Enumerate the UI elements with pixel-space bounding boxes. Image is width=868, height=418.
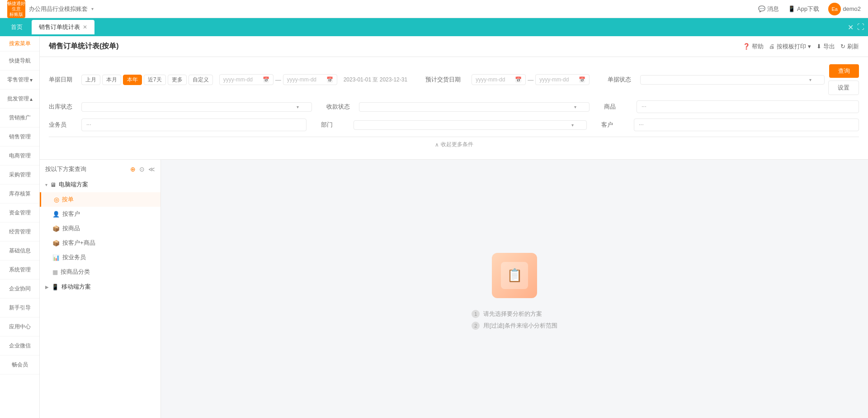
sidebar-item-member[interactable]: 畅会员 (0, 356, 39, 375)
tab-sales-order-stats[interactable]: 销售订单统计表 ✕ (32, 20, 94, 34)
tree-item-by-goods-category[interactable]: ▦ 按商品分类 (40, 265, 160, 279)
sidebar-item-appcenter[interactable]: 应用中心 (0, 318, 39, 337)
goods-input[interactable]: ··· (637, 100, 859, 113)
salesperson-input[interactable]: ··· (81, 119, 307, 131)
sidebar-item-system[interactable]: 系统管理 (0, 261, 39, 280)
query-btn[interactable]: 查询 (829, 64, 859, 78)
tree-item-by-order[interactable]: ◎ 按单 (40, 192, 160, 207)
export-icon: ⬇ (816, 43, 821, 50)
template-print-label: 按模板打印 (777, 43, 806, 51)
customer-dots[interactable]: ··· (639, 121, 644, 128)
sidebar-item-purchase[interactable]: 采购管理 (0, 166, 39, 185)
message-btn[interactable]: 💬 消息 (758, 5, 779, 13)
goods-dots[interactable]: ··· (642, 103, 646, 109)
add-scheme-icon[interactable]: ⊕ (130, 166, 136, 173)
print-dropdown-icon: ▾ (808, 43, 811, 50)
sidebar-item-ecommerce[interactable]: 电商管理 (0, 147, 39, 166)
sidebar-item-inventory[interactable]: 库存核算 (0, 185, 39, 204)
tree-item-by-goods[interactable]: 📦 按商品 (40, 221, 160, 236)
app-download-btn[interactable]: 📱 App下载 (788, 5, 819, 13)
refresh-btn[interactable]: ↻ 刷新 (840, 43, 859, 51)
help-btn[interactable]: ❓ 帮助 (743, 43, 764, 51)
expected-date-to-input[interactable]: yyyy-mm-dd 📅 (535, 74, 590, 85)
salesperson-dots[interactable]: ··· (86, 121, 91, 128)
tree-parent-desktop[interactable]: ▾ 🖥 电脑端方案 (40, 177, 160, 192)
collapse-btn[interactable]: ∧ 收起更多条件 (49, 137, 859, 152)
sidebar-item-retail[interactable]: 零售管理 ▾ (0, 71, 39, 90)
export-btn[interactable]: ⬇ 导出 (816, 43, 835, 51)
user-name: demo2 (843, 5, 861, 12)
date-from-input[interactable]: yyyy-mm-dd 📅 (219, 74, 274, 85)
date-btn-more[interactable]: 更多 (168, 75, 187, 85)
logo: 畅捷通好生意标账版 (7, 0, 25, 18)
settings-btn[interactable]: 设置 (828, 81, 859, 95)
sidebar-item-wechat[interactable]: 企业微信 (0, 337, 39, 356)
tree-item-label-goods: 按商品 (62, 224, 80, 233)
expected-date-separator: — (528, 76, 533, 83)
sidebar-search[interactable]: 搜索菜单 (0, 36, 39, 52)
tab-sales-order-stats-label: 销售订单统计表 (39, 23, 80, 31)
query-actions: 查询 设置 (828, 64, 859, 95)
app-download-icon: 📱 (788, 5, 795, 12)
tree-item-label-category: 按商品分类 (61, 268, 90, 276)
tab-home[interactable]: 首页 (4, 20, 30, 34)
calendar-from-icon[interactable]: 📅 (263, 76, 269, 83)
sidebar-item-newguide[interactable]: 新手引导 (0, 299, 39, 318)
filter-row-1: 单据日期 上月 本月 本年 近7天 更多 自定义 yyyy-mm-dd 📅 (49, 64, 859, 95)
date-separator: — (275, 76, 281, 83)
expected-date-from-input[interactable]: yyyy-mm-dd 📅 (472, 74, 526, 85)
tabbar-actions: ✕ ⛶ (848, 23, 864, 32)
customer-label: 客户 (601, 121, 627, 129)
calendar-to-icon[interactable]: 📅 (326, 76, 333, 83)
expected-calendar-from-icon[interactable]: 📅 (515, 76, 522, 83)
date-btn-last-month[interactable]: 上月 (81, 75, 100, 85)
app-dropdown-icon[interactable]: ▾ (91, 6, 94, 11)
sidebar-item-marketing[interactable]: 营销推广 (0, 109, 39, 128)
tip-text-1: 请先选择要分析的方案 (483, 310, 542, 318)
user-menu[interactable]: Ea demo2 (828, 3, 861, 15)
expected-date-to-placeholder: yyyy-mm-dd (539, 76, 569, 83)
tree-item-by-customer[interactable]: 👤 按客户 (40, 207, 160, 221)
sidebar-item-basic-info[interactable]: 基础信息 (0, 242, 39, 261)
tab-home-label: 首页 (11, 23, 23, 31)
topbar-left: 畅捷通好生意标账版 办公用品行业模拟账套 ▾ (7, 0, 94, 18)
template-print-btn[interactable]: 🖨 按模板打印 ▾ (769, 43, 811, 51)
bill-status-select[interactable]: ▾ (640, 75, 825, 85)
receipt-status-select[interactable]: ▾ (359, 102, 590, 112)
sidebar-item-finance[interactable]: 资金管理 (0, 204, 39, 223)
receipt-status-arrow: ▾ (574, 104, 576, 109)
empty-tip-1: 1 请先选择要分析的方案 (472, 310, 557, 318)
tabbar: 首页 销售订单统计表 ✕ ✕ ⛶ (0, 18, 868, 36)
tree-mobile: ▶ 📱 移动端方案 (40, 279, 160, 294)
department-select[interactable]: ▾ (354, 120, 587, 130)
customer-input[interactable]: ··· (634, 119, 859, 131)
date-to-input[interactable]: yyyy-mm-dd 📅 (283, 74, 337, 85)
tree-parent-mobile[interactable]: ▶ 📱 移动端方案 (40, 279, 160, 294)
date-btn-this-month[interactable]: 本月 (102, 75, 121, 85)
receipt-status-label: 收款状态 (326, 103, 352, 111)
tree-item-label-order: 按单 (62, 195, 74, 204)
filter-row-3: 业务员 ··· 部门 ▾ 客户 ··· (49, 119, 859, 131)
date-btn-last-7-days[interactable]: 近7天 (144, 75, 166, 85)
sidebar-item-operations[interactable]: 经营管理 (0, 223, 39, 242)
tree-item-icon-goods: 📦 (52, 225, 60, 232)
tree-item-by-customer-goods[interactable]: 📦 按客户+商品 (40, 236, 160, 250)
sidebar-item-enterprise[interactable]: 企业协同 (0, 280, 39, 299)
tab-close-icon[interactable]: ✕ (83, 24, 87, 30)
sidebar-item-quick-nav[interactable]: 快捷导航 (0, 52, 39, 71)
expected-calendar-to-icon[interactable]: 📅 (579, 76, 585, 83)
refresh-scheme-icon[interactable]: ⊙ (139, 166, 145, 173)
tree-item-icon-cg: 📦 (52, 240, 60, 247)
date-input-group: yyyy-mm-dd 📅 — yyyy-mm-dd 📅 (219, 74, 337, 85)
collapse-panel-icon[interactable]: ≪ (148, 166, 155, 173)
sidebar-item-wholesale[interactable]: 批发管理 ▴ (0, 90, 39, 109)
left-panel-title: 按以下方案查询 (45, 165, 86, 173)
retail-arrow: ▾ (30, 77, 33, 83)
tab-close-all-btn[interactable]: ✕ (848, 23, 854, 32)
date-btn-custom[interactable]: 自定义 (189, 75, 213, 85)
sidebar-item-sales[interactable]: 销售管理 (0, 128, 39, 147)
date-btn-this-year[interactable]: 本年 (123, 75, 142, 85)
tree-item-by-salesperson[interactable]: 📊 按业务员 (40, 250, 160, 265)
ship-status-select[interactable]: ▾ (81, 102, 312, 112)
tab-fullscreen-btn[interactable]: ⛶ (857, 23, 864, 32)
